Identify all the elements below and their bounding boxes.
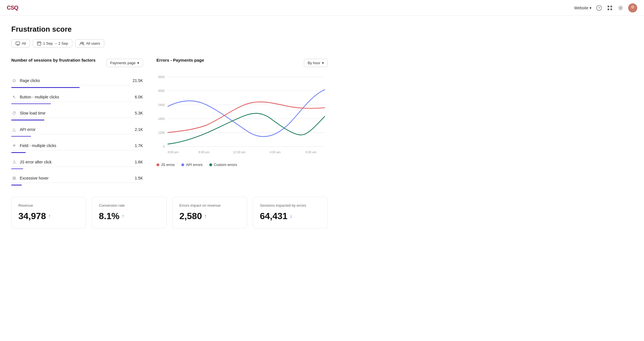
chevron-down-icon: ▾: [589, 6, 591, 10]
factor-value: 5.3K: [135, 111, 143, 115]
users-filter-button[interactable]: All users: [75, 39, 105, 48]
factor-bar-row: [11, 118, 143, 123]
chevron-down-icon: ▾: [137, 61, 139, 65]
factor-label: Field - multiple clicks: [20, 143, 56, 148]
trend-arrow: ↑: [48, 213, 51, 219]
svg-text:3000: 3000: [158, 89, 165, 93]
factor-bar-row: [11, 167, 143, 172]
factor-list: ⊙ Rage clicks 21.5K ↖ Button - multiple …: [11, 74, 143, 188]
chevron-down-icon: ▾: [322, 61, 324, 65]
svg-text:8:00 am: 8:00 am: [306, 150, 317, 154]
svg-text:3600: 3600: [158, 75, 165, 79]
trend-arrow: ↑: [204, 213, 207, 219]
website-dropdown-button[interactable]: Website ▾: [574, 6, 591, 10]
factor-left: ↖ Button - multiple clicks: [11, 94, 59, 100]
factors-panel: Number of sessions by frustration factor…: [11, 58, 143, 188]
help-icon[interactable]: ?: [596, 5, 602, 11]
metrics-cards: Revenue 34,978 ↑ Conversion rate 8.1% ↑ …: [11, 197, 328, 228]
factor-icon: ⊞: [11, 175, 17, 181]
factor-left: ⊞ Excessive hover: [11, 175, 49, 181]
content-grid: Number of sessions by frustration factor…: [11, 58, 328, 188]
factor-label: Button - multiple clicks: [20, 95, 59, 99]
metric-value: 2,580 ↑: [179, 211, 240, 221]
avatar[interactable]: [628, 3, 637, 12]
monitor-icon: [16, 42, 20, 46]
metric-value: 34,978 ↑: [18, 211, 79, 221]
svg-rect-3: [610, 6, 612, 7]
logo: CSQ: [7, 5, 18, 11]
factors-header: Number of sessions by frustration factor…: [11, 58, 143, 68]
factor-value: 2.1K: [135, 127, 143, 132]
website-label: Website: [574, 6, 588, 10]
svg-rect-2: [608, 6, 609, 7]
factors-title: Number of sessions by frustration factor…: [11, 58, 95, 62]
chart-legend: JS erros API errors Custom errors: [156, 163, 328, 167]
factor-item: ⊙ Rage clicks 21.5K: [11, 74, 143, 85]
svg-text:4:00 am: 4:00 am: [270, 150, 281, 154]
factor-icon: ⏱: [11, 110, 17, 116]
factor-item: ✳ Field - multiple clicks 1.7K: [11, 139, 143, 150]
hour-dropdown-label: By hour: [308, 61, 320, 65]
legend-dot: [181, 163, 184, 166]
svg-text:8:00 pm: 8:00 pm: [199, 150, 210, 154]
factor-bar-row: [11, 85, 143, 90]
factor-item: △ API error 2.1K: [11, 123, 143, 134]
trend-arrow: ↑: [122, 213, 124, 219]
chart-header: Errors - Payments page By hour ▾: [156, 58, 328, 68]
date-filter-button[interactable]: 1 Sep → 2 Sep: [33, 39, 72, 48]
all-filter-label: All: [22, 41, 26, 46]
factor-item: ⏱ Slow load time 5.3K: [11, 106, 143, 118]
svg-text:4:00 pm: 4:00 pm: [167, 150, 179, 154]
legend-dot: [209, 163, 212, 166]
factor-item: ⚠ JS error after click 1.6K: [11, 155, 143, 167]
topnav-left: CSQ: [7, 5, 18, 11]
factor-item: ⊞ Excessive hover 1.5K: [11, 171, 143, 183]
settings-icon[interactable]: [617, 5, 624, 11]
svg-text:0: 0: [163, 145, 165, 148]
chart-wrapper: 3600 3000 2400 1800 1200 0 4:00 pm 8:00 …: [156, 74, 328, 159]
metric-label: Sessions impacted by errors: [260, 203, 321, 208]
factor-label: Excessive hover: [20, 176, 49, 180]
factor-left: ⏱ Slow load time: [11, 110, 45, 116]
factor-bar-row: [11, 150, 143, 155]
legend-item: JS erros: [156, 163, 175, 167]
chart-title: Errors - Payments page: [156, 58, 204, 62]
factor-bar: [11, 185, 22, 185]
grid-icon[interactable]: [607, 5, 613, 11]
factor-label: API error: [20, 127, 36, 132]
legend-item: API errors: [181, 163, 203, 167]
factor-left: ⚠ JS error after click: [11, 159, 52, 165]
page-dropdown-button[interactable]: Payments page ▾: [106, 59, 143, 67]
svg-text:12:00 pm: 12:00 pm: [233, 150, 246, 154]
topnav: CSQ Website ▾ ?: [0, 0, 644, 16]
factor-value: 1.5K: [135, 176, 143, 180]
svg-text:2400: 2400: [158, 103, 165, 107]
metric-label: Errors impact on revenue: [179, 203, 240, 208]
metric-label: Revenue: [18, 203, 79, 208]
hour-dropdown-button[interactable]: By hour ▾: [304, 59, 328, 67]
factor-left: ✳ Field - multiple clicks: [11, 143, 56, 148]
metric-value: 64,431 ↓: [260, 211, 321, 221]
chart-panel: Errors - Payments page By hour ▾ 3600: [156, 58, 328, 188]
main-content: Frustration score All 1 Sep → 2 Sep: [0, 16, 339, 238]
factor-value: 1.6K: [135, 160, 143, 164]
factor-item: ↖ Button - multiple clicks 6.0K: [11, 90, 143, 102]
factor-bar-row: [11, 183, 143, 188]
metric-value: 8.1% ↑: [99, 211, 160, 221]
svg-point-6: [620, 7, 621, 9]
all-filter-button[interactable]: All: [11, 39, 30, 48]
factor-left: △ API error: [11, 127, 36, 132]
svg-text:1800: 1800: [158, 117, 165, 120]
factor-bar: [11, 103, 51, 104]
factor-label: Rage clicks: [20, 78, 40, 83]
factor-left: ⊙ Rage clicks: [11, 78, 40, 83]
factor-value: 21.5K: [132, 78, 143, 83]
factor-value: 6.0K: [135, 95, 143, 99]
svg-text:?: ?: [598, 6, 600, 10]
error-chart: 3600 3000 2400 1800 1200 0 4:00 pm 8:00 …: [156, 74, 328, 159]
legend-label: Custom errors: [214, 163, 237, 167]
trend-arrow: ↓: [290, 213, 292, 219]
metric-card: Sessions impacted by errors 64,431 ↓: [253, 197, 328, 228]
filter-bar: All 1 Sep → 2 Sep All users: [11, 39, 328, 48]
metric-number: 2,580: [179, 211, 202, 221]
